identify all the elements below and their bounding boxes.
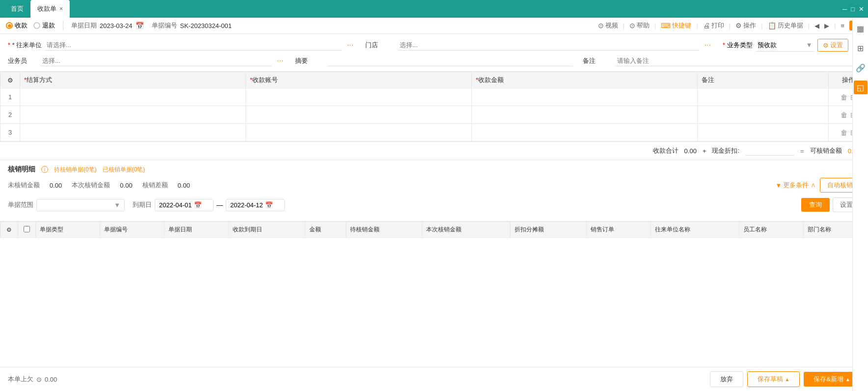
due-date-field: 到期日 2022-04-01 📅 — 2022-04-12 📅 — [133, 199, 285, 211]
nav-right-icon[interactable]: ▶ — [824, 22, 829, 29]
delete-icon-1[interactable]: 🗑 — [841, 93, 847, 101]
bth-doc-no: 单据编号 — [100, 222, 164, 238]
stats-row: 未核销金额 0.00 本次核销金额 0.00 核销差额 0.00 ▼ 更多条件 … — [8, 178, 860, 193]
summary-label: 摘要 — [295, 56, 325, 65]
toolbar-operate[interactable]: ⚙ 操作 — [735, 21, 756, 30]
table-settings-icon[interactable]: ⚙ — [7, 77, 13, 84]
table-row: 3 🗑 ⊞ — [0, 124, 868, 141]
due-date-label: 到期日 — [133, 200, 152, 209]
row-3-amount[interactable] — [471, 124, 697, 141]
partner-input[interactable] — [45, 40, 342, 51]
nav-left-icon[interactable]: ◀ — [814, 22, 819, 29]
verified-tab-link[interactable]: 已核销单据(0笔) — [103, 166, 145, 174]
toolbar-print-label: 打印 — [711, 21, 724, 30]
tab-home[interactable]: 首页 — [4, 0, 30, 18]
pending-tab-link[interactable]: 待核销单据(0笔) — [54, 166, 97, 174]
toolbar-sep-7: | — [808, 22, 810, 29]
biz-type-field: * 业务类型 预收款 ▼ ⚙ 设置 — [723, 39, 860, 52]
date-from-picker[interactable]: 2022-04-01 📅 — [155, 199, 214, 211]
right-panel: ▦ ⊞ 🔗 ◱ — [852, 18, 868, 391]
maximize-icon[interactable]: □ — [851, 5, 855, 13]
doc-no-field: 单据编号 SK-20230324-001 — [152, 21, 232, 30]
bottom-table-wrapper: ⚙ 单据类型 单据编号 单据日期 收款到期日 金额 待核销金额 本次核销金额 折… — [0, 222, 868, 367]
date-to-picker[interactable]: 2022-04-12 📅 — [226, 199, 285, 211]
save-new-button[interactable]: 保存&新增 ▲ — [804, 372, 860, 387]
bth-settings[interactable]: ⚙ — [0, 222, 18, 238]
bth-doc-type: 单据类型 — [36, 222, 100, 238]
row-2-remark[interactable] — [697, 106, 828, 124]
form-row-2: 业务员 ··· 摘要 备注 — [8, 56, 860, 66]
right-panel-link-icon[interactable]: 🔗 — [854, 61, 868, 75]
right-panel-db-icon[interactable]: ⊞ — [854, 41, 868, 55]
query-button[interactable]: 查询 — [801, 198, 830, 212]
row-2-amount[interactable] — [471, 106, 697, 124]
tab-close-icon[interactable]: × — [59, 5, 63, 12]
staff-more-icon[interactable]: ··· — [275, 56, 285, 65]
store-more-icon[interactable]: ··· — [703, 41, 713, 50]
form-settings-btn[interactable]: ⚙ 设置 — [817, 39, 848, 52]
store-input[interactable] — [398, 40, 700, 51]
row-1-account[interactable] — [245, 88, 471, 106]
partner-more-icon[interactable]: ··· — [345, 41, 355, 50]
radio-receipt[interactable]: 收款 — [6, 21, 27, 30]
radio-refund[interactable]: 退款 — [33, 21, 55, 30]
toolbar-shortcut[interactable]: ⌨ 快捷键 — [661, 21, 691, 30]
partner-field: * * 往来单位 ··· — [8, 40, 355, 51]
abandon-button[interactable]: 放弃 — [710, 371, 743, 387]
toolbar-history[interactable]: 📋 历史单据 — [768, 21, 803, 30]
save-new-label: 保存&新增 — [814, 375, 843, 384]
row-1-remark[interactable] — [697, 88, 828, 106]
table-row: 2 🗑 ⊞ — [0, 106, 868, 124]
toolbar-right: ⊙ 视频 | ⊙ 帮助 | ⌨ 快捷键 | 🖨 打印 | ⚙ 操作 — [598, 21, 862, 30]
note-input[interactable] — [615, 56, 860, 66]
save-new-arrow-icon: ▲ — [845, 377, 850, 382]
row-2-account[interactable] — [245, 106, 471, 124]
net-label: 可核销金额 — [810, 146, 842, 155]
delete-icon-2[interactable]: 🗑 — [841, 111, 847, 119]
row-3-remark[interactable] — [697, 124, 828, 141]
filter-actions: 查询 设置 — [801, 197, 860, 212]
discount-input[interactable] — [745, 146, 794, 156]
window-controls: ─ □ ✕ — [842, 5, 864, 13]
toolbar-print[interactable]: 🖨 打印 — [703, 21, 724, 30]
date-to-value: 2022-04-12 — [230, 201, 263, 209]
doc-range-select[interactable]: ▼ — [36, 199, 125, 211]
toolbar-video[interactable]: ⊙ 视频 — [598, 21, 618, 30]
right-panel-camera-icon[interactable]: ◱ — [854, 81, 868, 94]
staff-input[interactable] — [40, 56, 272, 66]
radio-refund-label: 退款 — [42, 21, 55, 30]
list-view-icon[interactable]: ≡ — [841, 22, 844, 29]
toolbar-history-label: 历史单据 — [778, 21, 803, 30]
right-panel-table-icon[interactable]: ▦ — [854, 22, 868, 35]
table-row: 1 🗑 ⊞ — [0, 88, 868, 106]
biz-type-select[interactable]: 预收款 ▼ — [756, 39, 814, 52]
tab-receipt-label: 收款单 — [37, 4, 56, 13]
doc-date-field: 单据日期 2023-03-24 📅 — [71, 21, 144, 30]
row-1-payment[interactable] — [20, 88, 246, 106]
store-field: 门店 ··· — [365, 40, 713, 51]
select-all-checkbox[interactable] — [24, 226, 30, 232]
row-2-payment[interactable] — [20, 106, 246, 124]
save-draft-button[interactable]: 保存草稿 ▲ — [747, 371, 800, 387]
toolbar-help[interactable]: ⊙ 帮助 — [629, 21, 650, 30]
toolbar-sep-3: | — [654, 22, 656, 29]
row-1-amount[interactable] — [471, 88, 697, 106]
video-icon: ⊙ — [598, 22, 604, 29]
tab-receipt[interactable]: 收款单 × — [30, 0, 70, 18]
summary-input[interactable] — [327, 56, 572, 66]
info-icon[interactable]: i — [41, 166, 48, 173]
th-settings[interactable]: ⚙ — [0, 72, 20, 88]
toolbar-sep-5: | — [729, 22, 731, 29]
close-icon[interactable]: ✕ — [859, 5, 864, 13]
equals-sign: = — [800, 147, 804, 155]
more-conditions-btn[interactable]: ▼ 更多条件 ∧ — [776, 181, 816, 190]
current-amount-value: 0.00 — [120, 182, 132, 189]
row-3-payment[interactable] — [20, 124, 246, 141]
doc-date-calendar-icon[interactable]: 📅 — [136, 22, 144, 29]
toolbar-sep-2: | — [623, 22, 624, 29]
current-amount-label: 本次核销金额 — [72, 181, 110, 190]
bth-checkbox[interactable] — [18, 222, 36, 238]
row-3-account[interactable] — [245, 124, 471, 141]
minimize-icon[interactable]: ─ — [842, 5, 847, 13]
delete-icon-3[interactable]: 🗑 — [841, 129, 847, 137]
